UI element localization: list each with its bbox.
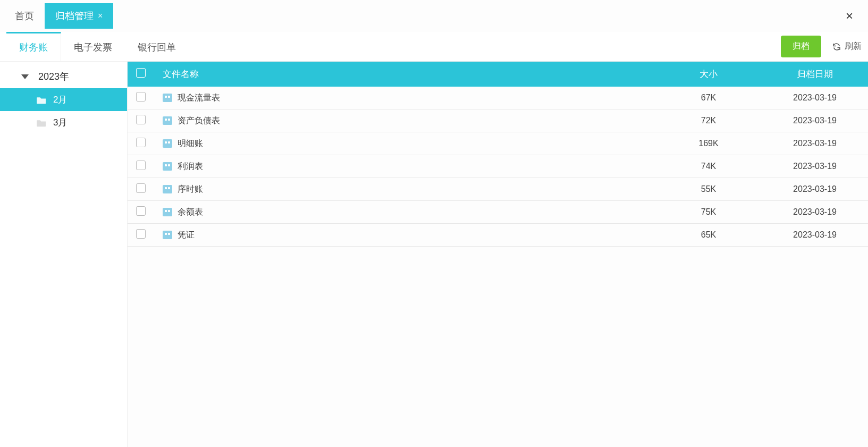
row-size: 55K: [655, 178, 762, 201]
sub-tab-finance-label: 财务账: [19, 41, 48, 54]
tab-archive-management[interactable]: 归档管理 ×: [45, 3, 113, 29]
row-checkbox-cell: [128, 201, 154, 224]
archive-button[interactable]: 归档: [781, 36, 821, 57]
row-checkbox[interactable]: [136, 183, 146, 193]
row-size: 72K: [655, 109, 762, 132]
row-checkbox-cell: [128, 132, 154, 155]
row-filename: 现金流量表: [178, 92, 220, 104]
file-icon: [163, 139, 172, 148]
caret-down-icon: [21, 74, 29, 79]
row-filename: 序时账: [178, 184, 203, 195]
row-checkbox-cell: [128, 224, 154, 247]
tree-month-mar[interactable]: 3月: [0, 111, 127, 134]
row-checkbox-cell: [128, 87, 154, 109]
table-row[interactable]: 利润表74K2023-03-19: [128, 155, 868, 178]
row-date: 2023-03-19: [762, 109, 868, 132]
table-row[interactable]: 余额表75K2023-03-19: [128, 201, 868, 224]
folder-tree: 2023年 2月 3月: [0, 62, 128, 447]
refresh-button[interactable]: 刷新: [832, 41, 862, 52]
file-icon: [163, 231, 172, 239]
file-icon: [163, 116, 172, 125]
row-date: 2023-03-19: [762, 224, 868, 247]
file-icon: [163, 208, 172, 216]
file-table-container: 文件名称 大小 归档日期 现金流量表67K2023-03-19资产负债表72K2…: [128, 62, 868, 447]
row-checkbox-cell: [128, 155, 154, 178]
row-filename: 凭证: [178, 230, 195, 241]
header-size[interactable]: 大小: [655, 62, 762, 87]
row-date: 2023-03-19: [762, 87, 868, 109]
row-size: 74K: [655, 155, 762, 178]
table-row[interactable]: 现金流量表67K2023-03-19: [128, 87, 868, 109]
sub-tab-finance[interactable]: 财务账: [6, 32, 61, 61]
toolbar-actions: 归档 刷新: [781, 32, 868, 61]
row-checkbox[interactable]: [136, 206, 146, 216]
sub-tab-einvoice[interactable]: 电子发票: [61, 32, 125, 61]
sub-tabs: 财务账 电子发票 银行回单: [6, 32, 189, 61]
file-table: 文件名称 大小 归档日期 现金流量表67K2023-03-19资产负债表72K2…: [128, 62, 868, 247]
tree-month-feb[interactable]: 2月: [0, 88, 127, 111]
row-size: 65K: [655, 224, 762, 247]
tree-month-label: 2月: [53, 94, 67, 106]
row-filename-cell: 现金流量表: [154, 87, 655, 109]
table-header-row: 文件名称 大小 归档日期: [128, 62, 868, 87]
row-size: 169K: [655, 132, 762, 155]
content-area: 2023年 2月 3月 文件名称 大小 归档日期: [0, 62, 868, 447]
table-row[interactable]: 凭证65K2023-03-19: [128, 224, 868, 247]
row-filename-cell: 序时账: [154, 178, 655, 201]
row-checkbox[interactable]: [136, 115, 146, 124]
tab-archive-label: 归档管理: [55, 10, 94, 22]
row-checkbox-cell: [128, 109, 154, 132]
tab-home[interactable]: 首页: [4, 3, 45, 29]
row-filename: 资产负债表: [178, 115, 220, 126]
row-filename: 余额表: [178, 207, 203, 218]
table-row[interactable]: 明细账169K2023-03-19: [128, 132, 868, 155]
row-checkbox[interactable]: [136, 92, 146, 102]
tab-home-label: 首页: [15, 10, 34, 22]
select-all-checkbox[interactable]: [136, 68, 146, 78]
row-filename-cell: 余额表: [154, 201, 655, 224]
row-filename-cell: 凭证: [154, 224, 655, 247]
tree-month-label: 3月: [53, 116, 67, 129]
file-icon: [163, 94, 172, 102]
tree-year-node[interactable]: 2023年: [0, 65, 127, 88]
table-body: 现金流量表67K2023-03-19资产负债表72K2023-03-19明细账1…: [128, 87, 868, 247]
row-checkbox[interactable]: [136, 161, 146, 170]
row-date: 2023-03-19: [762, 132, 868, 155]
top-tab-bar: 首页 归档管理 × ×: [0, 0, 868, 32]
close-icon[interactable]: ×: [98, 11, 103, 21]
refresh-label: 刷新: [845, 41, 862, 52]
file-icon: [163, 185, 172, 193]
sub-tab-bank-label: 银行回单: [138, 41, 176, 54]
row-checkbox[interactable]: [136, 229, 146, 239]
row-filename: 利润表: [178, 161, 203, 172]
header-date[interactable]: 归档日期: [762, 62, 868, 87]
header-filename[interactable]: 文件名称: [154, 62, 655, 87]
folder-icon: [36, 119, 47, 127]
table-row[interactable]: 资产负债表72K2023-03-19: [128, 109, 868, 132]
folder-icon: [36, 96, 47, 104]
sub-tab-einvoice-label: 电子发票: [74, 41, 112, 54]
sub-toolbar: 财务账 电子发票 银行回单 归档 刷新: [0, 32, 868, 62]
row-filename: 明细账: [178, 138, 203, 149]
refresh-icon: [832, 42, 841, 52]
sub-tab-bank[interactable]: 银行回单: [125, 32, 189, 61]
table-row[interactable]: 序时账55K2023-03-19: [128, 178, 868, 201]
row-size: 67K: [655, 87, 762, 109]
row-filename-cell: 明细账: [154, 132, 655, 155]
header-checkbox-cell: [128, 62, 154, 87]
row-date: 2023-03-19: [762, 201, 868, 224]
file-icon: [163, 162, 172, 171]
row-date: 2023-03-19: [762, 178, 868, 201]
close-all-tabs-button[interactable]: ×: [835, 9, 864, 23]
row-filename-cell: 利润表: [154, 155, 655, 178]
row-checkbox-cell: [128, 178, 154, 201]
row-checkbox[interactable]: [136, 138, 146, 147]
row-date: 2023-03-19: [762, 155, 868, 178]
row-filename-cell: 资产负债表: [154, 109, 655, 132]
row-size: 75K: [655, 201, 762, 224]
